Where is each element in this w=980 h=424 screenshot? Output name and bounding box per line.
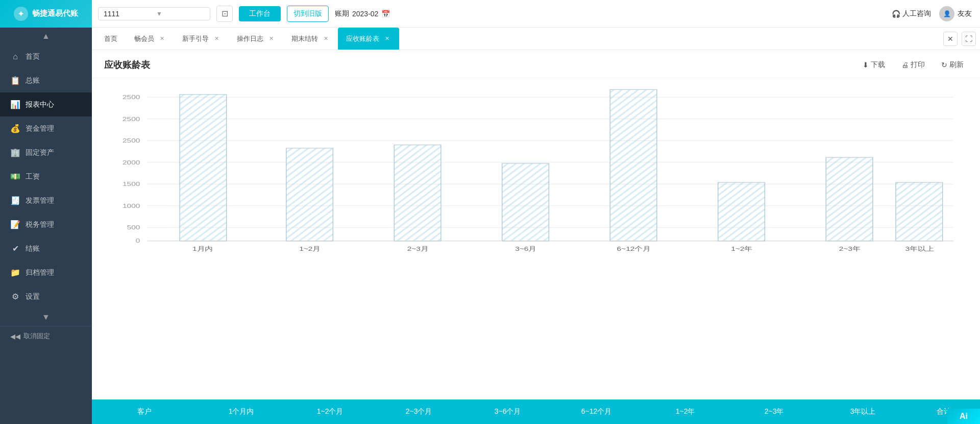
tab-close-member[interactable]: ✕ [158,35,165,42]
sidebar-item-invoice[interactable]: 🧾 发票管理 [0,189,92,213]
period-value: 2023-02 [352,10,378,18]
tab-label: 首页 [104,34,117,43]
tab-bar-actions: ✕ ⛶ [943,32,976,46]
print-button[interactable]: 🖨 打印 [897,58,929,72]
sidebar-item-reports[interactable]: 📊 报表中心 [0,92,92,116]
reports-icon: 📊 [10,100,20,109]
sidebar-item-label: 总账 [26,76,40,85]
tab-close-period-end[interactable]: ✕ [322,35,329,42]
svg-text:2~3年: 2~3年 [839,246,861,252]
page-actions: ⬇ 下载 🖨 打印 ↻ 刷新 [859,58,968,72]
tab-close-aging[interactable]: ✕ [383,35,390,42]
bar-6 [718,182,765,241]
page-title: 应收账龄表 [104,59,150,71]
workbench-button[interactable]: 工作台 [239,6,281,21]
tab-home[interactable]: 首页 [96,28,126,50]
calendar-icon[interactable]: 📅 [381,10,390,18]
top-header: ✦ 畅捷通易代账 1111 ▼ ⊡ 工作台 切到旧版 账期 2023-02 📅 … [0,0,980,28]
sidebar-item-home[interactable]: ⌂ 首页 [0,45,92,68]
sidebar-item-assets[interactable]: 🏢 固定资产 [0,140,92,164]
sidebar-scroll-down[interactable]: ▼ [0,309,92,326]
sidebar-item-checkout[interactable]: ✔ 结账 [0,237,92,261]
table-header-col-5: 6~12个月 [552,407,641,416]
svg-text:2~3月: 2~3月 [407,246,429,252]
tab-guide[interactable]: 新手引导✕ [174,28,229,50]
sidebar-item-salary[interactable]: 💵 工资 [0,164,92,189]
user-area[interactable]: 👤 友友 [939,6,972,21]
tab-label: 期末结转 [291,34,318,43]
consult-button[interactable]: 🎧 人工咨询 [892,9,931,18]
download-label: 下载 [871,60,885,69]
sidebar-item-label: 首页 [26,52,40,61]
sidebar-item-label: 归档管理 [26,268,54,277]
logo-text: 畅捷通易代账 [32,9,78,18]
table-header-col-6: 1~2年 [641,407,730,416]
sidebar-item-label: 固定资产 [26,148,54,157]
settings-icon: ⚙ [10,292,20,301]
sidebar: ▲ ⌂ 首页 📋 总账 📊 报表中心 💰 资金管理 🏢 固定资产 💵 工资 🧾 … [0,28,92,424]
svg-text:2500: 2500 [122,137,140,144]
archive-icon: 📁 [10,268,20,277]
period-label: 账期 [335,9,349,18]
sidebar-item-label: 设置 [26,292,40,301]
page-content: 应收账龄表 ⬇ 下载 🖨 打印 ↻ 刷新 [92,50,980,424]
svg-text:1~2月: 1~2月 [299,246,321,252]
table-header: 客户1个月内1~2个月2~3个月3~6个月6~12个月1~2年2~3年3年以上合… [92,399,980,424]
chevron-down-icon: ▼ [156,10,205,17]
print-label: 打印 [911,60,925,69]
svg-text:2500: 2500 [122,94,140,101]
cancel-fixed-label: 取消固定 [23,332,50,341]
invoice-icon: 🧾 [10,196,20,205]
bar-8 [896,182,943,241]
tab-label: 新手引导 [182,34,209,43]
tab-aging[interactable]: 应收账龄表✕ [338,28,399,50]
company-selector[interactable]: 1111 ▼ [98,7,210,20]
assets-icon: 🏢 [10,148,20,157]
ledger-icon: 📋 [10,76,20,85]
svg-text:1月内: 1月内 [192,246,213,252]
close-tab-button[interactable]: ✕ [943,32,958,46]
pin-icon: ◀◀ [10,333,20,340]
bar-1 [180,95,227,241]
tab-bar: 首页畅会员✕新手引导✕操作日志✕期末结转✕应收账龄表✕ ✕ ⛶ [92,28,980,50]
tab-close-oplog[interactable]: ✕ [267,35,275,42]
cancel-fixed-button[interactable]: ◀◀ 取消固定 [0,326,92,346]
sidebar-item-label: 结账 [26,244,40,253]
chart-wrapper: 2500 2500 2500 2000 1500 1000 500 0 [104,86,968,260]
bar-3 [394,145,441,241]
copy-button[interactable]: ⊡ [216,6,233,22]
sidebar-item-capital[interactable]: 💰 资金管理 [0,116,92,140]
user-name: 友友 [958,9,972,18]
refresh-label: 刷新 [949,60,964,69]
sidebar-item-ledger[interactable]: 📋 总账 [0,68,92,92]
tab-member[interactable]: 畅会员✕ [126,28,174,50]
tab-period-end[interactable]: 期末结转✕ [283,28,338,50]
tab-close-guide[interactable]: ✕ [213,35,220,42]
sidebar-item-settings[interactable]: ⚙ 设置 [0,285,92,309]
sidebar-scroll-up[interactable]: ▲ [0,28,92,45]
table-header-col-2: 1~2个月 [286,407,375,416]
sidebar-item-tax[interactable]: 📝 税务管理 [0,213,92,237]
switch-version-button[interactable]: 切到旧版 [287,6,329,22]
consult-label: 人工咨询 [902,9,931,18]
headset-icon: 🎧 [892,10,900,18]
svg-text:2500: 2500 [122,116,140,123]
table-header-col-3: 2~3个月 [375,407,463,416]
bar-2 [286,148,333,241]
download-button[interactable]: ⬇ 下载 [859,58,889,72]
period-area: 账期 2023-02 📅 [335,9,390,18]
tab-oplog[interactable]: 操作日志✕ [229,28,283,50]
refresh-button[interactable]: ↻ 刷新 [937,58,968,72]
maximize-tab-button[interactable]: ⛶ [962,32,976,46]
sidebar-item-archive[interactable]: 📁 归档管理 [0,261,92,285]
chart-container: 2500 2500 2500 2000 1500 1000 500 0 [92,78,980,399]
svg-text:2000: 2000 [122,159,140,166]
table-header-col-1: 1个月内 [197,407,286,416]
svg-text:3~6月: 3~6月 [515,246,536,252]
salary-icon: 💵 [10,172,20,181]
svg-text:500: 500 [127,224,140,231]
home-icon: ⌂ [10,52,20,61]
bar-4 [502,163,549,241]
ai-badge[interactable]: Ai [947,409,980,424]
svg-text:1000: 1000 [122,203,140,209]
